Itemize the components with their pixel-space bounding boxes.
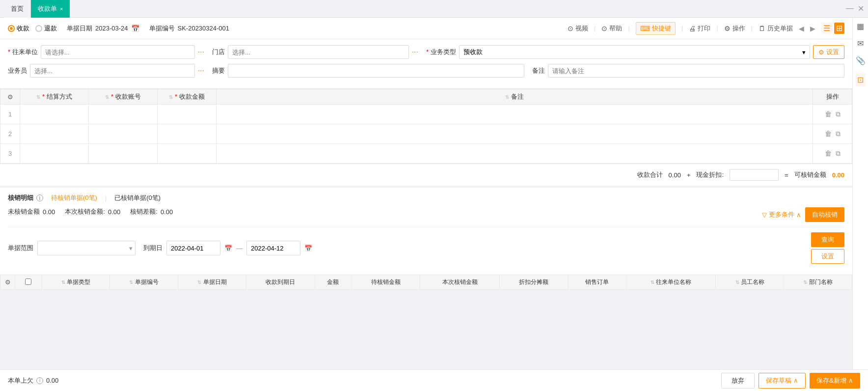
counterpart-more-icon[interactable]: ··· bbox=[198, 48, 204, 56]
current-label: 本次核销金额: bbox=[65, 207, 105, 216]
done-tab-link[interactable]: 已核销单据(0笔) bbox=[114, 194, 161, 202]
row-1-note[interactable] bbox=[217, 105, 813, 124]
store-more-icon[interactable]: ··· bbox=[412, 48, 418, 56]
table-settings-icon[interactable]: ⚙ bbox=[7, 93, 13, 101]
auto-nuclear-btn[interactable]: 自动核销 bbox=[805, 207, 844, 222]
biz-type-select[interactable]: 预收款 ▾ bbox=[459, 45, 810, 59]
salesperson-input[interactable] bbox=[30, 64, 195, 78]
col-note-header: ⇅ 备注 bbox=[217, 89, 813, 105]
summary-input[interactable] bbox=[228, 64, 524, 78]
remark-input[interactable] bbox=[548, 64, 844, 78]
sidebar-email-icon[interactable]: ✉ bbox=[857, 39, 864, 48]
date-to-input[interactable] bbox=[246, 241, 300, 255]
row-2-delete-icon[interactable]: 🗑 bbox=[825, 130, 832, 138]
sort-icon2: ⇅ bbox=[105, 94, 109, 100]
row-2-copy-icon[interactable]: ⧉ bbox=[836, 130, 841, 138]
nuclear-info-icon[interactable]: i bbox=[36, 195, 43, 201]
salesperson-more-icon[interactable]: ··· bbox=[198, 66, 204, 75]
bottom-col-checkbox bbox=[15, 275, 42, 290]
nuclear-section: 核销明细 i 待核销单据(0笔) | 已核销单据(0笔) 未核销金额 0.00 … bbox=[0, 188, 852, 275]
save-new-btn[interactable]: 保存&新增 ∧ bbox=[810, 373, 860, 389]
row-3-payment[interactable] bbox=[20, 144, 89, 164]
window-close-icon[interactable]: ✕ bbox=[858, 4, 864, 13]
counterpart-input[interactable] bbox=[41, 45, 195, 59]
row-1-copy-icon[interactable]: ⧉ bbox=[836, 110, 841, 118]
row-1-payment[interactable] bbox=[20, 105, 89, 124]
discount-input[interactable] bbox=[730, 169, 779, 181]
query-btn[interactable]: 查询 bbox=[811, 232, 844, 247]
toolbar: 收款 退款 单据日期 2023-03-24 📅 单据编号 SK-20230324… bbox=[0, 18, 852, 39]
tab-receipt[interactable]: 收款单 × bbox=[31, 0, 70, 18]
payment-table: ⚙ ⇅ * 结算方式 ⇅ * 收款账号 ⇅ * 收款 bbox=[0, 89, 852, 164]
window-minimize-icon[interactable]: — bbox=[846, 4, 854, 13]
history-btn[interactable]: 🗒 历史单据 bbox=[759, 24, 793, 33]
bottom-info-value: 0.00 bbox=[46, 377, 58, 384]
sidebar-table-icon[interactable]: ▦ bbox=[857, 22, 864, 31]
print-label: 打印 bbox=[698, 24, 710, 33]
payment-type-group: 收款 退款 bbox=[8, 24, 57, 33]
sidebar-clip-icon[interactable]: 📎 bbox=[856, 56, 866, 65]
list-view-icon[interactable]: ☰ bbox=[821, 23, 832, 34]
calendar-icon[interactable]: 📅 bbox=[131, 25, 139, 32]
toolbar-right: ⊙ 视频 | ⊙ 帮助 | ⌨ 快捷键 | 🖨 打印 | ⚙ 操作 bbox=[568, 22, 844, 35]
bill-no-value: SK-20230324-001 bbox=[178, 25, 230, 32]
col-payment-required: * bbox=[42, 93, 45, 100]
bottom-table: ⚙ ⇅ 单据类型 ⇅ 单据编号 ⇅ 单据日期 bbox=[0, 275, 852, 290]
right-sidebar: ▦ ✉ 📎 ⊡ bbox=[852, 18, 868, 369]
filter-settings-btn[interactable]: 设置 bbox=[811, 249, 844, 264]
bottom-info-icon[interactable]: i bbox=[36, 377, 43, 384]
help-btn[interactable]: ⊙ 帮助 bbox=[601, 24, 622, 33]
bottom-col-settings: ⚙ bbox=[0, 275, 15, 290]
row-2-note[interactable] bbox=[217, 124, 813, 144]
operation-icon: ⚙ bbox=[724, 25, 731, 32]
bottom-table-settings-icon[interactable]: ⚙ bbox=[5, 279, 11, 286]
pending-tab-link[interactable]: 待核销单据(0笔) bbox=[51, 194, 97, 202]
row-2-account[interactable] bbox=[89, 124, 158, 144]
row-1-account[interactable] bbox=[89, 105, 158, 124]
nav-right-icon[interactable]: ▶ bbox=[810, 25, 815, 32]
select-all-checkbox[interactable] bbox=[25, 279, 31, 285]
print-btn[interactable]: 🖨 打印 bbox=[689, 24, 710, 33]
row-2-payment[interactable] bbox=[20, 124, 89, 144]
row-1-delete-icon[interactable]: 🗑 bbox=[825, 110, 832, 118]
unchecked-amount: 未核销金额 0.00 bbox=[8, 207, 55, 216]
more-filter-btn[interactable]: ▽ 更多条件 ∧ bbox=[762, 210, 801, 219]
row-3-delete-icon[interactable]: 🗑 bbox=[825, 149, 832, 158]
operation-btn[interactable]: ⚙ 操作 bbox=[724, 24, 745, 33]
nav-left-icon[interactable]: ◀ bbox=[799, 25, 804, 32]
date-from-calendar-icon[interactable]: 📅 bbox=[224, 245, 232, 252]
tab-close-icon[interactable]: × bbox=[60, 6, 63, 12]
tab-bar: 首页 收款单 × — ✕ bbox=[0, 0, 868, 18]
sidebar-screenshot-icon[interactable]: ⊡ bbox=[855, 73, 866, 86]
date-from-input[interactable] bbox=[166, 241, 220, 255]
col-account-label: 收款账号 bbox=[115, 93, 141, 100]
bottom-bar: 本单上欠 i 0.00 放弃 保存草稿 ∧ 保存&新增 ∧ bbox=[0, 369, 868, 391]
date-to-calendar-icon[interactable]: 📅 bbox=[304, 245, 312, 252]
tab-home[interactable]: 首页 bbox=[4, 0, 31, 18]
row-3-account[interactable] bbox=[89, 144, 158, 164]
shortcut-btn[interactable]: ⌨ 快捷键 bbox=[636, 22, 676, 35]
summary-field: 摘要 bbox=[212, 64, 524, 78]
save-draft-btn[interactable]: 保存草稿 ∧ bbox=[759, 373, 806, 389]
radio-receive[interactable]: 收款 bbox=[8, 24, 29, 33]
grid-view-icon[interactable]: ⊞ bbox=[834, 23, 844, 34]
form-settings-btn[interactable]: ⚙ 设置 bbox=[813, 45, 844, 59]
row-3-amount[interactable] bbox=[158, 144, 217, 164]
row-1-amount[interactable] bbox=[158, 105, 217, 124]
bottom-col-dept: ⇅ 部门名称 bbox=[784, 275, 852, 290]
row-3-copy-icon[interactable]: ⧉ bbox=[836, 149, 841, 158]
abandon-btn[interactable]: 放弃 bbox=[721, 373, 755, 389]
chevron-up-icon: ∧ bbox=[796, 211, 801, 219]
store-input[interactable] bbox=[228, 45, 409, 59]
scope-select[interactable] bbox=[37, 241, 136, 255]
auto-btn-label: 自动核销 bbox=[812, 211, 838, 218]
row-3-note[interactable] bbox=[217, 144, 813, 164]
radio-refund[interactable]: 退款 bbox=[35, 24, 57, 33]
nuclear-title-text: 核销明细 bbox=[8, 194, 33, 202]
row-2-amount[interactable] bbox=[158, 124, 217, 144]
col-account-header: ⇅ * 收款账号 bbox=[89, 89, 158, 105]
scope-field: 单据范围 ▾ bbox=[8, 241, 136, 255]
video-btn[interactable]: ⊙ 视频 bbox=[568, 24, 588, 33]
biz-type-value: 预收款 bbox=[463, 48, 483, 56]
salesperson-field: 业务员 ··· bbox=[8, 64, 204, 78]
